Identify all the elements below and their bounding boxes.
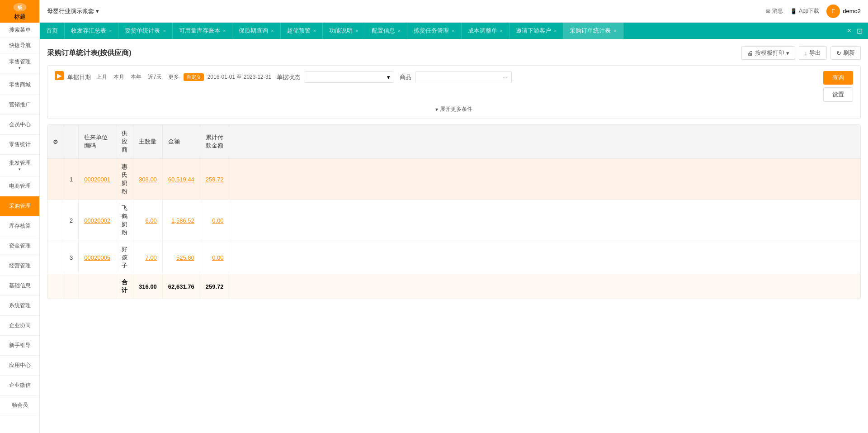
sidebar: 畅 标题 搜索菜单 快捷导航 零售管理 ▾零售商城营销推广会员中心零售统计批发管… <box>0 0 40 433</box>
page-header: 采购订单统计表(按供应商) 🖨 按模板打印 ▾ ↓ 导出 ↻ 刷新 <box>47 46 861 60</box>
sidebar-item-企业协同[interactable]: 企业协同 <box>0 316 39 336</box>
nav-tab-close-2[interactable]: × <box>163 28 165 33</box>
sidebar-item-会员中心[interactable]: 会员中心 <box>0 115 39 135</box>
sidebar-item-零售管理[interactable]: 零售管理 ▾ <box>0 53 39 75</box>
sidebar-item-应用中心[interactable]: 应用中心 <box>0 356 39 376</box>
nav-tab-10[interactable]: 邀请下游客户 × <box>509 23 563 39</box>
sidebar-item-采购管理[interactable]: 采购管理 <box>0 196 39 216</box>
nav-tab-1[interactable]: 收发存汇总表 × <box>65 23 118 39</box>
table-header: ⚙ 往来单位编码 供应商 主数量 金额 累计付款金额 <box>47 125 860 159</box>
sidebar-search[interactable]: 搜索菜单 <box>0 23 39 38</box>
refresh-button[interactable]: ↻ 刷新 <box>830 46 861 60</box>
goods-input-dots[interactable]: ··· <box>499 72 511 83</box>
avatar-initials: E <box>831 8 835 14</box>
nav-tab-close-11[interactable]: × <box>613 28 616 33</box>
status-select[interactable]: ▾ <box>304 71 394 83</box>
nav-tab-close-7[interactable]: × <box>398 28 401 33</box>
td-settings-1 <box>47 200 64 241</box>
td-extra-1 <box>229 200 860 241</box>
sidebar-item-零售统计[interactable]: 零售统计 <box>0 135 39 155</box>
query-button[interactable]: 查询 <box>823 71 853 85</box>
td-quantity-1[interactable]: 6.00 <box>133 200 163 241</box>
shortcut-7days[interactable]: 近7天 <box>146 72 164 82</box>
nav-tab-close-10[interactable]: × <box>554 28 557 33</box>
sidebar-item-营销推广[interactable]: 营销推广 <box>0 95 39 115</box>
export-button[interactable]: ↓ 导出 <box>799 46 827 60</box>
filter-toggle-btn[interactable]: ▶ <box>55 71 64 80</box>
nav-tab-11[interactable]: 采购订单统计表 × <box>563 23 623 39</box>
template-print-button[interactable]: 🖨 按模板打印 ▾ <box>741 46 795 60</box>
td-amount-1[interactable]: 1,586.52 <box>162 200 200 241</box>
nav-tab-7[interactable]: 配置信息 × <box>365 23 407 39</box>
close-all-tabs-btn[interactable]: × <box>845 26 853 36</box>
td-paid-1[interactable]: 0.00 <box>200 200 229 241</box>
th-amount: 金额 <box>162 125 200 159</box>
filter-fields: 单据日期 上月 本月 本年 近7天 更多 自定义 2016-01-01 至 20… <box>67 71 818 83</box>
sidebar-item-库存核算[interactable]: 库存核算 <box>0 216 39 236</box>
td-amount-0[interactable]: 60,519.44 <box>162 159 200 200</box>
shortcut-more[interactable]: 更多 <box>166 72 181 82</box>
nav-tab-6[interactable]: 功能说明 × <box>323 23 365 39</box>
expand-tabs-btn[interactable]: ⊡ <box>855 26 864 36</box>
nav-tab-3[interactable]: 可用量库存账本 × <box>173 23 232 39</box>
nav-tab-close-6[interactable]: × <box>355 28 358 33</box>
app-logo: 畅 标题 <box>0 0 39 23</box>
tfoot-label <box>79 274 116 299</box>
goods-input-container: ··· <box>415 71 512 83</box>
nav-tab-label-3: 可用量库存账本 <box>179 27 220 35</box>
th-supplier-code: 往来单位编码 <box>79 125 116 159</box>
date-filter-group: 单据日期 上月 本月 本年 近7天 更多 自定义 2016-01-01 至 20… <box>67 72 271 82</box>
nav-tab-close-8[interactable]: × <box>452 28 454 33</box>
page-actions: 🖨 按模板打印 ▾ ↓ 导出 ↻ 刷新 <box>741 46 861 60</box>
td-amount-2[interactable]: 525.80 <box>162 241 200 274</box>
nav-tab-close-1[interactable]: × <box>109 28 112 33</box>
nav-tab-close-9[interactable]: × <box>500 28 503 33</box>
td-supplier-code-0[interactable]: 00020001 <box>79 159 116 200</box>
nav-tab-4[interactable]: 保质期查询 × <box>232 23 280 39</box>
sidebar-item-资金管理[interactable]: 资金管理 <box>0 236 39 256</box>
message-btn[interactable]: ✉ 消息 <box>766 7 783 15</box>
sidebar-item-系统管理[interactable]: 系统管理 <box>0 296 39 316</box>
td-supplier-code-1[interactable]: 00020002 <box>79 200 116 241</box>
sidebar-item-零售商城[interactable]: 零售商城 <box>0 75 39 95</box>
goods-input[interactable] <box>415 71 499 83</box>
sidebar-quicknav[interactable]: 快捷导航 <box>0 38 39 53</box>
sidebar-item-批发管理[interactable]: 批发管理 ▾ <box>0 155 39 176</box>
sidebar-item-新手引导[interactable]: 新手引导 <box>0 336 39 356</box>
nav-tab-close-3[interactable]: × <box>223 28 226 33</box>
sidebar-item-企业微信[interactable]: 企业微信 <box>0 376 39 395</box>
shortcut-this-month[interactable]: 本月 <box>112 72 126 82</box>
nav-tab-2[interactable]: 要货单统计表 × <box>118 23 172 39</box>
nav-tab-5[interactable]: 超储预警 × <box>281 23 323 39</box>
nav-tab-label-4: 保质期查询 <box>239 27 268 35</box>
td-quantity-0[interactable]: 303.00 <box>133 159 163 200</box>
message-label: 消息 <box>772 7 783 15</box>
username-label: demo2 <box>843 8 861 14</box>
sidebar-item-畅会员[interactable]: 畅会员 <box>0 395 39 415</box>
td-paid-2[interactable]: 0.00 <box>200 241 229 274</box>
user-menu[interactable]: E demo2 <box>826 5 861 18</box>
settings-button[interactable]: 设置 <box>823 87 853 102</box>
shortcut-last-month[interactable]: 上月 <box>94 72 109 82</box>
nav-tab-9[interactable]: 成本调整单 × <box>462 23 509 39</box>
shortcut-this-year[interactable]: 本年 <box>129 72 143 82</box>
td-index-0: 1 <box>64 159 79 200</box>
sidebar-item-经营管理[interactable]: 经营管理 <box>0 256 39 276</box>
nav-tab-8[interactable]: 拣货任务管理 × <box>407 23 461 39</box>
app-download-btn[interactable]: 📱 App下载 <box>790 7 819 15</box>
sidebar-item-基础信息[interactable]: 基础信息 <box>0 276 39 296</box>
expand-more-btn[interactable]: ▾ 展开更多条件 <box>435 105 472 113</box>
workspace-selector[interactable]: 母婴行业演示账套 ▾ <box>47 7 99 15</box>
nav-tab-label-8: 拣货任务管理 <box>414 27 449 35</box>
tfoot-amount: 62,631.76 <box>162 274 200 299</box>
nav-tab-close-4[interactable]: × <box>271 28 274 33</box>
td-quantity-2[interactable]: 7.00 <box>133 241 163 274</box>
td-paid-0[interactable]: 259.72 <box>200 159 229 200</box>
sidebar-item-电商管理[interactable]: 电商管理 <box>0 176 39 196</box>
nav-tab-0[interactable]: 首页 <box>40 23 65 39</box>
td-supplier-code-2[interactable]: 00020005 <box>79 241 116 274</box>
nav-tab-label-9: 成本调整单 <box>468 27 497 35</box>
filter-main-row: ▶ 单据日期 上月 本月 本年 近7天 更多 自定义 <box>55 71 853 102</box>
nav-tab-close-5[interactable]: × <box>313 28 316 33</box>
custom-date-badge[interactable]: 自定义 <box>184 73 204 81</box>
